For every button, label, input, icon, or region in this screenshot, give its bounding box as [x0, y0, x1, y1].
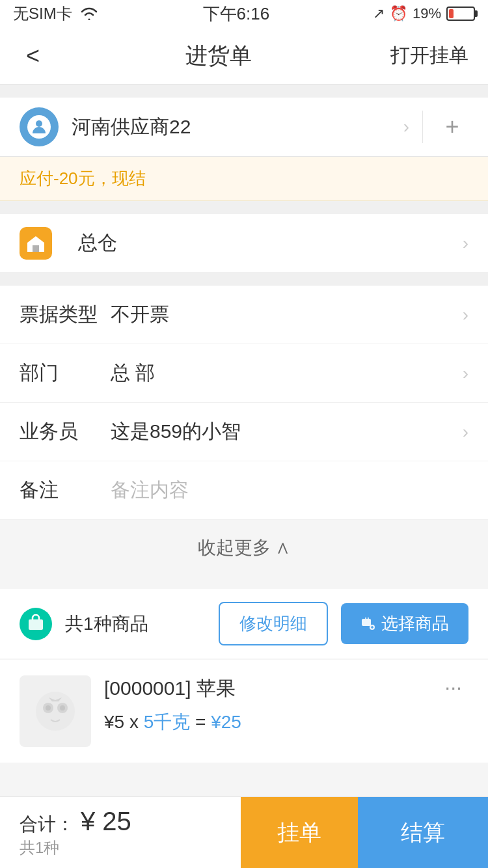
salesperson-row[interactable]: 业务员 这是859的小智 › [0, 403, 488, 461]
product-more-button[interactable]: ··· [438, 675, 468, 699]
products-header: 共1种商品 修改明细 选择商品 [0, 589, 488, 658]
warehouse-icon [26, 234, 46, 253]
total-label: ¥25 [211, 712, 241, 732]
supplier-chevron: › [403, 116, 409, 137]
battery-icon [446, 7, 475, 21]
product-name: [0000001] 苹果 [104, 675, 438, 702]
owl-logo [33, 688, 78, 734]
product-thumbnail [20, 675, 91, 747]
department-row[interactable]: 部门 总 部 › [0, 344, 488, 403]
footer-total: 合计： ¥ 25 共1种 [0, 807, 241, 858]
department-label: 部门 [20, 360, 98, 387]
invoice-type-chevron: › [463, 305, 468, 325]
supplier-section: 河南供应商22 › + [0, 98, 488, 157]
remark-row[interactable]: 备注 备注内容 [0, 461, 488, 520]
svg-point-0 [36, 120, 42, 127]
warehouse-chevron: › [463, 233, 468, 254]
edit-detail-button[interactable]: 修改明细 [219, 602, 328, 645]
products-icon-bg [20, 608, 52, 640]
svg-rect-1 [33, 245, 39, 252]
nav-bar: < 进货单 打开挂单 [0, 27, 488, 85]
open-hang-button[interactable]: 打开挂单 [390, 42, 468, 69]
supplier-name: 河南供应商22 [72, 114, 397, 141]
wifi-icon [79, 7, 100, 21]
info-text: 应付-20元，现结 [20, 169, 146, 188]
product-info: [0000001] 苹果 ¥5 x 5千克 = ¥25 [104, 675, 438, 735]
svg-rect-2 [29, 619, 43, 630]
quantity-label: 5千克 [144, 712, 191, 732]
status-right: ↗ ⏰ 19% [373, 5, 475, 22]
section-divider-1 [0, 85, 488, 98]
info-banner: 应付-20元，现结 [0, 157, 488, 201]
product-item: [0000001] 苹果 ¥5 x 5千克 = ¥25 ··· [0, 660, 488, 763]
invoice-type-value: 不开票 [98, 301, 463, 328]
invoice-type-label: 票据类型 [20, 301, 98, 328]
product-price: ¥5 x 5千克 = ¥25 [104, 710, 438, 735]
price-label: ¥5 x [104, 712, 144, 732]
location-icon: ↗ [373, 5, 385, 22]
products-count: 共1种商品 [65, 612, 219, 636]
remark-label: 备注 [20, 477, 98, 504]
total-label: 合计： [20, 812, 74, 837]
svg-point-8 [46, 705, 51, 711]
salesperson-label: 业务员 [20, 418, 98, 445]
supplier-avatar [20, 107, 59, 146]
remark-value: 备注内容 [98, 477, 468, 504]
select-product-label: 选择商品 [381, 612, 449, 635]
svg-rect-3 [362, 619, 371, 626]
warehouse-name: 总仓 [65, 230, 456, 256]
status-time: 下午6:16 [203, 3, 270, 25]
back-button[interactable]: < [20, 36, 46, 76]
section-divider-3 [0, 273, 488, 286]
total-value: ¥ 25 [81, 807, 131, 836]
form-section: 票据类型 不开票 › 部门 总 部 › 业务员 这是859的小智 › 备注 备注… [0, 286, 488, 520]
product-code: [0000001] [104, 677, 197, 699]
battery-label: 19% [413, 5, 441, 22]
department-chevron: › [463, 363, 468, 384]
select-product-button[interactable]: 选择商品 [341, 603, 468, 644]
invoice-type-row[interactable]: 票据类型 不开票 › [0, 286, 488, 344]
alarm-icon: ⏰ [390, 5, 407, 22]
supplier-divider [422, 111, 423, 143]
cart-icon [26, 614, 46, 634]
carrier-label: 无SIM卡 [13, 3, 72, 24]
hang-button[interactable]: 挂单 [241, 797, 358, 869]
department-value: 总 部 [98, 360, 463, 387]
salesperson-value: 这是859的小智 [98, 418, 463, 445]
svg-point-5 [36, 692, 75, 731]
status-left: 无SIM卡 [13, 3, 100, 24]
add-supplier-button[interactable]: + [436, 111, 468, 143]
person-icon [30, 118, 48, 136]
product-title: 苹果 [197, 677, 236, 699]
equals-label: = [195, 712, 211, 732]
status-bar: 无SIM卡 下午6:16 ↗ ⏰ 19% [0, 0, 488, 27]
section-divider-2 [0, 201, 488, 214]
svg-point-9 [60, 705, 65, 711]
footer-bar: 合计： ¥ 25 共1种 挂单 结算 [0, 796, 488, 868]
page-title: 进货单 [185, 41, 252, 71]
supplier-row[interactable]: 河南供应商22 › [20, 98, 409, 156]
warehouse-icon-bg [20, 227, 52, 260]
select-product-icon [360, 616, 376, 632]
warehouse-row[interactable]: 总仓 › [0, 214, 488, 273]
checkout-button[interactable]: 结算 [358, 797, 488, 869]
total-count: 共1种 [20, 839, 59, 856]
salesperson-chevron: › [463, 422, 468, 442]
collapse-button[interactable]: 收起更多 ∧ [0, 520, 488, 576]
